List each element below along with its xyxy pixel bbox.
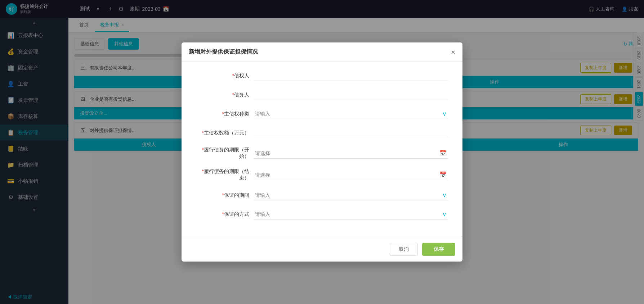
required-mark-3: * [222,111,224,117]
field-debt-amount-input[interactable] [254,128,448,138]
calendar-icon-1[interactable]: 📅 [438,150,448,156]
field-debtor-input[interactable] [254,90,448,100]
field-debtor-row: *债务人 [196,90,448,100]
field-guarantee-method-label: *保证的方式 [196,211,254,218]
field-creditor-row: *债权人 [196,71,448,81]
dialog-title: 新增对外提供保证担保情况 [189,48,258,56]
field-end-date-row: *履行债务的期限（结束） 📅 [196,168,448,181]
required-mark: * [232,73,234,78]
field-creditor-input[interactable] [254,71,448,81]
dialog-body: *债权人 *债务人 *主债权种类 ∨ [182,62,462,237]
field-guarantee-period-input[interactable] [254,190,441,200]
required-mark-5: * [202,147,204,153]
field-guarantee-period-row: *保证的期间 ∨ [196,190,448,200]
dialog-close-button[interactable]: × [451,49,455,56]
field-guarantee-method-select: ∨ [254,209,448,219]
field-guarantee-method-row: *保证的方式 ∨ [196,209,448,219]
field-guarantee-method-input[interactable] [254,209,441,219]
field-debt-type-label: *主债权种类 [196,111,254,117]
field-guarantee-period-label: *保证的期间 [196,192,254,199]
field-debt-amount-row: *主债权数额（万元） [196,128,448,138]
field-debtor-label: *债务人 [196,92,254,98]
chevron-down-icon-1[interactable]: ∨ [441,110,448,117]
field-debt-type-select: ∨ [254,109,448,119]
required-mark-4: * [202,130,204,136]
field-debt-amount-label: *主债权数额（万元） [196,130,254,136]
save-button[interactable]: 保存 [422,243,455,256]
calendar-icon-2[interactable]: 📅 [438,171,448,178]
field-end-date-picker: 📅 [254,170,448,180]
cancel-button[interactable]: 取消 [390,243,418,256]
field-start-date-label: *履行债务的期限（开始） [196,147,254,160]
required-mark-6: * [202,168,204,174]
field-guarantee-period-select: ∨ [254,190,448,200]
field-start-date-picker: 📅 [254,148,448,159]
field-creditor-label: *债权人 [196,73,254,79]
field-debt-type-input[interactable] [254,109,441,119]
field-start-date-row: *履行债务的期限（开始） 📅 [196,147,448,160]
required-mark-7: * [222,192,224,198]
required-mark-8: * [222,211,224,217]
field-start-date-input[interactable] [254,148,438,158]
field-debt-type-row: *主债权种类 ∨ [196,109,448,119]
dialog-footer: 取消 保存 [182,237,462,262]
chevron-down-icon-3[interactable]: ∨ [441,211,448,218]
chevron-down-icon-2[interactable]: ∨ [441,192,448,199]
required-mark-2: * [232,92,234,97]
dialog: 新增对外提供保证担保情况 × *债权人 *债务人 *主债权种类 [182,42,462,262]
field-end-date-label: *履行债务的期限（结束） [196,168,254,181]
dialog-overlay: 新增对外提供保证担保情况 × *债权人 *债务人 *主债权种类 [0,0,644,304]
dialog-header: 新增对外提供保证担保情况 × [182,42,462,62]
field-end-date-input[interactable] [254,170,438,180]
